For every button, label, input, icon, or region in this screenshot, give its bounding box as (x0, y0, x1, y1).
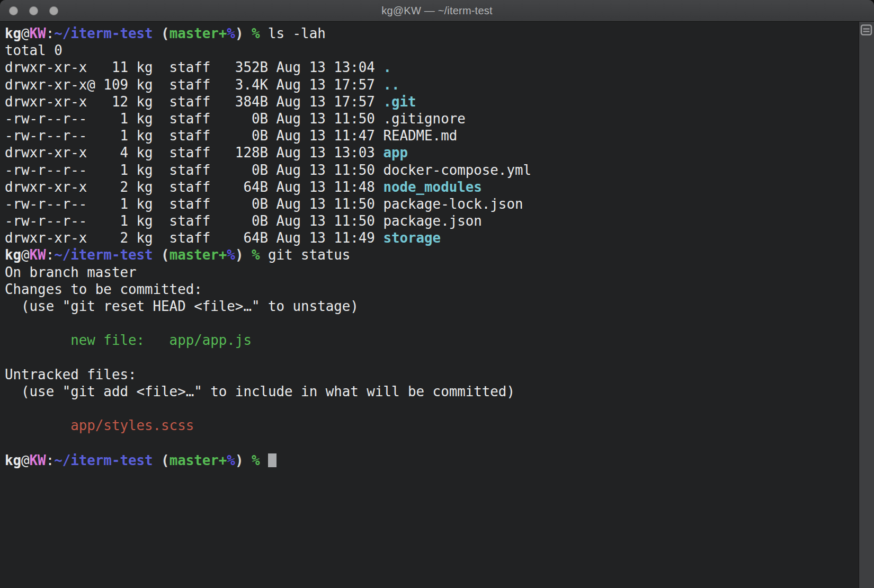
prompt-at: @ (21, 452, 30, 468)
window-title: kg@KW — ~/iterm-test (0, 5, 874, 17)
prompt-path: ~/iterm-test (54, 247, 153, 263)
ls-row-meta: -rw-r--r-- 1 kg staff 0B Aug 13 11:50 (5, 196, 383, 212)
prompt-at: @ (21, 247, 30, 263)
ls-row-meta: drwxr-xr-x 11 kg staff 352B Aug 13 13:04 (5, 59, 383, 75)
ls-row: drwxr-xr-x@ 109 kg staff 3.4K Aug 13 17:… (5, 76, 874, 93)
prompt-symbol: % (252, 247, 268, 263)
ls-row-name: package-lock.json (383, 196, 523, 212)
command-text: ls -lah (268, 25, 326, 41)
prompt-path: ~/iterm-test (54, 452, 153, 468)
ls-row-name: README.md (383, 128, 457, 144)
ls-row-name: .gitignore (383, 111, 465, 127)
git-include-hint: (use "git add <file>…" to include in wha… (5, 383, 874, 400)
prompt-paren-open: ( (153, 452, 170, 468)
blank-line (5, 315, 874, 332)
prompt-colon: : (46, 452, 55, 468)
ls-row: -rw-r--r-- 1 kg staff 0B Aug 13 11:50 .g… (5, 110, 874, 127)
prompt-user: kg (5, 247, 21, 263)
prompt-paren-open: ( (153, 25, 170, 41)
text-cursor (268, 453, 277, 467)
prompt-line: kg@KW:~/iterm-test (master+%) % (5, 451, 874, 468)
prompt-branch: master+ (170, 247, 227, 263)
ls-row: drwxr-xr-x 12 kg staff 384B Aug 13 17:57… (5, 93, 874, 110)
zoom-button[interactable] (49, 6, 58, 15)
terminal-screen[interactable]: kg@KW:~/iterm-test (master+%) % ls -lah … (0, 22, 874, 588)
git-unstage-hint: (use "git reset HEAD <file>…" to unstage… (5, 298, 874, 315)
traffic-lights (9, 0, 58, 21)
prompt-colon: : (46, 247, 55, 263)
prompt-paren-close: ) (235, 452, 252, 468)
prompt-user: kg (5, 25, 21, 41)
prompt-symbol: % (252, 25, 268, 41)
ls-row: -rw-r--r-- 1 kg staff 0B Aug 13 11:50 do… (5, 162, 874, 179)
titlebar[interactable]: kg@KW — ~/iterm-test (0, 0, 874, 22)
ls-row-name: .git (383, 94, 416, 110)
prompt-path: ~/iterm-test (54, 25, 153, 41)
ls-row: drwxr-xr-x 2 kg staff 64B Aug 13 11:48 n… (5, 179, 874, 195)
prompt-branch: master+ (170, 25, 227, 41)
git-changes-header: Changes to be committed: (5, 281, 874, 298)
prompt-paren-open: ( (153, 247, 170, 263)
ls-row-meta: -rw-r--r-- 1 kg staff 0B Aug 13 11:50 (5, 111, 383, 127)
ls-row: -rw-r--r-- 1 kg staff 0B Aug 13 11:50 pa… (5, 212, 874, 229)
close-button[interactable] (9, 6, 18, 15)
ls-row: drwxr-xr-x 11 kg staff 352B Aug 13 13:04… (5, 59, 874, 76)
ls-row-meta: drwxr-xr-x@ 109 kg staff 3.4K Aug 13 17:… (5, 77, 383, 93)
git-branch-line: On branch master (5, 264, 874, 281)
prompt-host: KW (30, 25, 46, 41)
ls-row-meta: drwxr-xr-x 4 kg staff 128B Aug 13 13:03 (5, 145, 383, 161)
ls-row-name: node_modules (383, 179, 481, 195)
blank-line (5, 349, 874, 366)
blank-line (5, 400, 874, 417)
prompt-at: @ (21, 25, 30, 41)
scrollbar-marks-icon[interactable] (860, 24, 872, 36)
prompt-host: KW (30, 247, 46, 263)
prompt-paren-close: ) (235, 25, 252, 41)
scrollbar-track[interactable] (859, 22, 874, 588)
git-untracked-file: app/styles.scss (5, 417, 874, 434)
command-text: git status (268, 247, 350, 263)
prompt-dirty-flag: % (227, 25, 235, 41)
ls-row-name: storage (383, 230, 441, 246)
prompt-symbol: % (252, 452, 268, 468)
prompt-paren-close: ) (235, 247, 252, 263)
git-untracked-header: Untracked files: (5, 366, 874, 383)
ls-row: drwxr-xr-x 2 kg staff 64B Aug 13 11:49 s… (5, 229, 874, 246)
ls-row-name: app (383, 145, 408, 161)
ls-total-line: total 0 (5, 42, 874, 59)
prompt-dirty-flag: % (227, 247, 235, 263)
ls-row-meta: drwxr-xr-x 12 kg staff 384B Aug 13 17:57 (5, 94, 383, 110)
ls-row-name: .. (383, 77, 399, 93)
ls-row-meta: -rw-r--r-- 1 kg staff 0B Aug 13 11:50 (5, 213, 383, 229)
ls-row-name: . (383, 59, 391, 75)
prompt-line: kg@KW:~/iterm-test (master+%) % ls -lah (5, 25, 874, 42)
prompt-colon: : (46, 25, 55, 41)
git-staged-file: new file: app/app.js (5, 332, 874, 349)
ls-row: drwxr-xr-x 4 kg staff 128B Aug 13 13:03 … (5, 144, 874, 161)
ls-row: -rw-r--r-- 1 kg staff 0B Aug 13 11:50 pa… (5, 195, 874, 212)
prompt-dirty-flag: % (227, 452, 235, 468)
ls-row: -rw-r--r-- 1 kg staff 0B Aug 13 11:47 RE… (5, 127, 874, 144)
terminal-window: kg@KW — ~/iterm-test kg@KW:~/iterm-test … (0, 0, 874, 588)
blank-line (5, 434, 874, 451)
prompt-user: kg (5, 452, 21, 468)
prompt-branch: master+ (170, 452, 227, 468)
ls-row-name: docker-compose.yml (383, 162, 531, 178)
ls-row-meta: drwxr-xr-x 2 kg staff 64B Aug 13 11:49 (5, 230, 383, 246)
ls-row-meta: -rw-r--r-- 1 kg staff 0B Aug 13 11:50 (5, 162, 383, 178)
prompt-line: kg@KW:~/iterm-test (master+%) % git stat… (5, 246, 874, 263)
minimize-button[interactable] (29, 6, 38, 15)
ls-row-name: package.json (383, 213, 481, 229)
ls-row-meta: -rw-r--r-- 1 kg staff 0B Aug 13 11:47 (5, 128, 383, 144)
prompt-host: KW (30, 452, 46, 468)
ls-row-meta: drwxr-xr-x 2 kg staff 64B Aug 13 11:48 (5, 179, 383, 195)
